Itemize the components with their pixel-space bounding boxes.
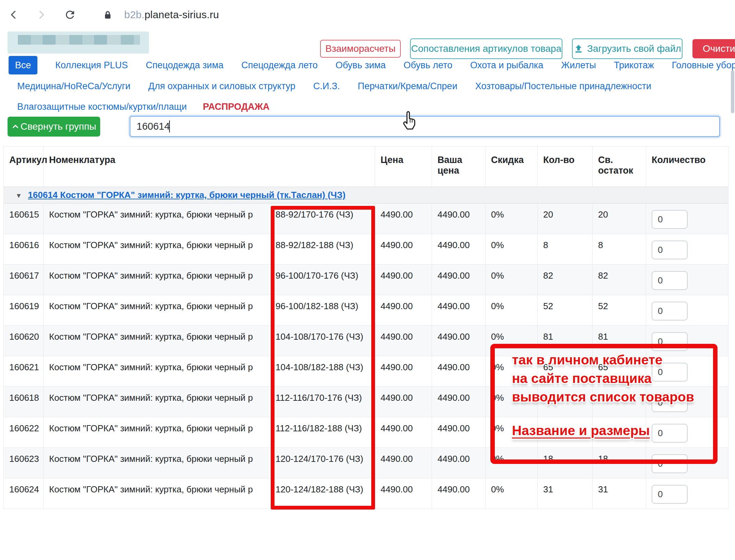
products-table: Артикул Номенклатура Цена Ваша цена Скид… [3,146,728,509]
quantity-input[interactable] [652,332,688,351]
your-price-cell: 4490.00 [432,326,486,356]
collapse-groups-button[interactable]: Свернуть группы [8,117,100,137]
quantity-input[interactable] [652,363,688,382]
col-discount: Скидка [486,147,538,187]
tab-ohota-rybalka[interactable]: Охота и рыбалка [470,60,543,71]
scrollbar-thumb[interactable] [731,70,734,113]
tabs-row-3: Влагозащитные костюмы/куртки/плащи РАСПР… [17,99,270,115]
product-size: 112-116/170-176 (ЧЗ) [276,393,362,403]
product-row: 160616 Костюм "ГОРКА" зимний: куртка, бр… [4,234,728,265]
quantity-input[interactable] [652,485,688,504]
group-row: ▾ 160614 Костюм "ГОРКА" зимний: куртка, … [4,187,728,203]
quantity-cell [646,387,728,417]
tab-zhilety[interactable]: Жилеты [561,60,596,71]
nomenclature-cell: Костюм "ГОРКА" зимний: куртка, брюки чер… [44,234,375,265]
quantity-input[interactable] [652,454,688,473]
group-expand-caret[interactable]: ▾ [17,191,21,200]
discount-cell: 0% [486,326,538,356]
article-cell: 160615 [4,203,44,234]
mutual-settlements-button[interactable]: Взаиморасчеты [320,40,401,58]
price-cell: 4490.00 [375,295,432,326]
address-bar[interactable]: b2b.planeta-sirius.ru [124,9,219,21]
your-price-cell: 4490.00 [432,234,486,265]
upload-icon [573,44,584,54]
discount-cell: 0% [486,356,538,387]
price-cell: 4490.00 [375,417,432,448]
product-name: Костюм "ГОРКА" зимний: куртка, брюки чер… [49,270,276,281]
search-wrap [130,116,720,137]
qty-cell: 44 [538,387,593,417]
tab-all[interactable]: Все [9,56,37,74]
upload-file-label: Загрузить свой файл [587,43,681,54]
tab-kollekciya-plus[interactable]: Коллекция PLUS [55,60,128,71]
tab-golovnye-ubory[interactable]: Головные уборы / подшлемники [672,60,735,71]
quantity-cell [646,356,728,387]
tab-siz[interactable]: С.И.З. [313,81,340,92]
tab-obuv-leto[interactable]: Обувь лето [404,60,452,71]
tab-ohrannye-struktury[interactable]: Для охранных и силовых структур [148,81,295,92]
product-row: 160624 Костюм "ГОРКА" зимний: куртка, бр… [4,478,728,509]
price-cell: 4490.00 [375,478,432,509]
tab-trikotazh[interactable]: Трикотаж [614,60,654,71]
product-name: Костюм "ГОРКА" зимний: куртка, брюки чер… [49,362,276,373]
quantity-input[interactable] [652,241,688,259]
tabs-row-2: Медицина/HoReCa/Услуги Для охранных и си… [17,78,651,94]
product-size: 88-92/170-176 (ЧЗ) [276,209,353,220]
tab-vlagozashchitnye[interactable]: Влагозащитные костюмы/куртки/плащи [17,102,187,112]
qty-cell: 81 [538,326,593,356]
price-cell: 4490.00 [375,356,432,387]
col-quantity: Количество [646,147,728,187]
search-input[interactable] [130,116,720,137]
col-nomenclature: Номенклатура [44,147,375,187]
screen: b2b.planeta-sirius.ru Взаиморасчеты Сопо… [0,0,735,560]
qty-cell: 20 [538,203,593,234]
product-row: 160620 Костюм "ГОРКА" зимний: куртка, бр… [4,326,728,356]
tab-perchatki[interactable]: Перчатки/Крема/Спреи [358,81,457,92]
discount-cell: 0% [486,478,538,509]
back-icon[interactable] [5,6,23,24]
url-domain: planeta-sirius.ru [144,9,219,20]
product-size: 120-124/182-188 (ЧЗ) [276,484,363,495]
nomenclature-cell: Костюм "ГОРКА" зимний: куртка, брюки чер… [44,448,375,478]
quantity-input[interactable] [652,210,688,229]
group-link[interactable]: 160614 Костюм "ГОРКА" зимний: куртка, бр… [28,190,346,200]
quantity-input[interactable] [652,302,688,320]
discount-cell: 0% [486,203,538,234]
product-row: 160623 Костюм "ГОРКА" зимний: куртка, бр… [4,448,728,478]
forward-icon[interactable] [32,6,50,24]
quantity-input[interactable] [652,271,688,290]
col-your-price: Ваша цена [432,147,486,187]
price-cell: 4490.00 [375,265,432,295]
nomenclature-cell: Костюм "ГОРКА" зимний: куртка, брюки чер… [44,387,375,417]
nomenclature-cell: Костюм "ГОРКА" зимний: куртка, брюки чер… [44,478,375,509]
tab-specodezhda-leto[interactable]: Спецодежда лето [241,60,317,71]
tab-specodezhda-zima[interactable]: Спецодежда зима [146,60,224,71]
tab-obuv-zima[interactable]: Обувь зима [336,60,386,71]
tab-medicina-horeca[interactable]: Медицина/HoReCa/Услуги [17,81,130,92]
your-price-cell: 4490.00 [432,417,486,448]
quantity-input[interactable] [652,424,688,443]
nomenclature-cell: Костюм "ГОРКА" зимний: куртка, брюки чер… [44,356,375,387]
article-matching-label: Сопоставления артикулов товара [411,43,561,54]
qty-cell: 52 [538,295,593,326]
article-cell: 160616 [4,234,44,265]
product-size: 96-100/182-188 (ЧЗ) [276,301,358,312]
tab-hoztovary[interactable]: Хозтовары/Постельные принадлежности [475,81,651,92]
qty-cell: 8 [538,234,593,265]
nomenclature-cell: Костюм "ГОРКА" зимний: куртка, брюки чер… [44,295,375,326]
product-row: 160621 Костюм "ГОРКА" зимний: куртка, бр… [4,356,728,387]
discount-cell: 0% [486,417,538,448]
collapse-groups-label: Свернуть группы [21,121,96,132]
quantity-input[interactable] [652,393,688,412]
col-article: Артикул [4,147,44,187]
quantity-cell [646,326,728,356]
stock-cell: 44 [593,387,646,417]
article-cell: 160622 [4,417,44,448]
tab-rasprodazha[interactable]: РАСПРОДАЖА [203,102,269,112]
article-cell: 160617 [4,265,44,295]
reload-icon[interactable] [61,6,79,24]
browser-toolbar: b2b.planeta-sirius.ru [0,0,735,30]
clear-button[interactable]: Очистить [692,39,735,58]
qty-cell: 65 [538,356,593,387]
nomenclature-cell: Костюм "ГОРКА" зимний: куртка, брюки чер… [44,417,375,448]
